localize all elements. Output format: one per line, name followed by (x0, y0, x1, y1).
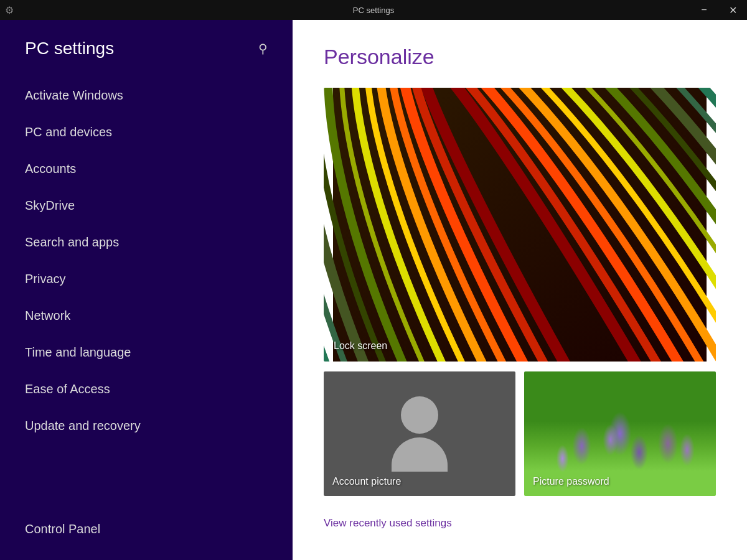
picture-password-tile[interactable]: Picture password (524, 371, 716, 496)
picture-password-label: Picture password (533, 476, 609, 487)
window-controls: − ✕ (690, 0, 747, 20)
avatar (392, 396, 448, 472)
app-icon: ⚙ (5, 4, 14, 16)
titlebar: ⚙ PC settings − ✕ (0, 0, 747, 20)
sidebar-item-network[interactable]: Network (0, 297, 293, 334)
thumbnails-row: Account picture Picture password (324, 371, 716, 496)
sidebar-title: PC settings (25, 39, 114, 58)
sidebar-header: PC settings ⚲ (0, 20, 293, 71)
sidebar-item-pc-and-devices[interactable]: PC and devices (0, 114, 293, 151)
sidebar-item-privacy[interactable]: Privacy (0, 261, 293, 297)
sidebar-item-ease-of-access[interactable]: Ease of Access (0, 371, 293, 408)
page-title: Personalize (324, 45, 716, 69)
avatar-head (401, 396, 438, 434)
sidebar-item-update-and-recovery[interactable]: Update and recovery (0, 408, 293, 444)
sidebar-nav: Activate Windows PC and devices Accounts… (0, 71, 293, 505)
minimize-button[interactable]: − (690, 0, 718, 20)
search-icon[interactable]: ⚲ (258, 41, 268, 56)
sidebar-item-activate-windows[interactable]: Activate Windows (0, 77, 293, 114)
content-area: Personalize (293, 20, 747, 560)
sidebar-item-accounts[interactable]: Accounts (0, 151, 293, 187)
sidebar-item-time-and-language[interactable]: Time and language (0, 334, 293, 371)
lock-screen-label: Lock screen (334, 340, 387, 352)
sidebar-footer: Control Panel (0, 505, 293, 560)
account-picture-label: Account picture (332, 476, 401, 487)
lock-screen-tile[interactable]: Lock screen (324, 88, 716, 362)
titlebar-title: PC settings (353, 6, 394, 15)
avatar-body (392, 437, 448, 472)
lock-screen-image (324, 88, 716, 362)
sidebar-item-skydrive[interactable]: SkyDrive (0, 187, 293, 224)
view-recently-used-link[interactable]: View recently used settings (324, 517, 452, 530)
sidebar-item-control-panel[interactable]: Control Panel (25, 517, 268, 541)
close-button[interactable]: ✕ (718, 0, 747, 20)
sidebar: PC settings ⚲ Activate Windows PC and de… (0, 20, 293, 560)
sidebar-item-search-and-apps[interactable]: Search and apps (0, 224, 293, 261)
account-picture-tile[interactable]: Account picture (324, 371, 515, 496)
app-container: PC settings ⚲ Activate Windows PC and de… (0, 20, 747, 560)
